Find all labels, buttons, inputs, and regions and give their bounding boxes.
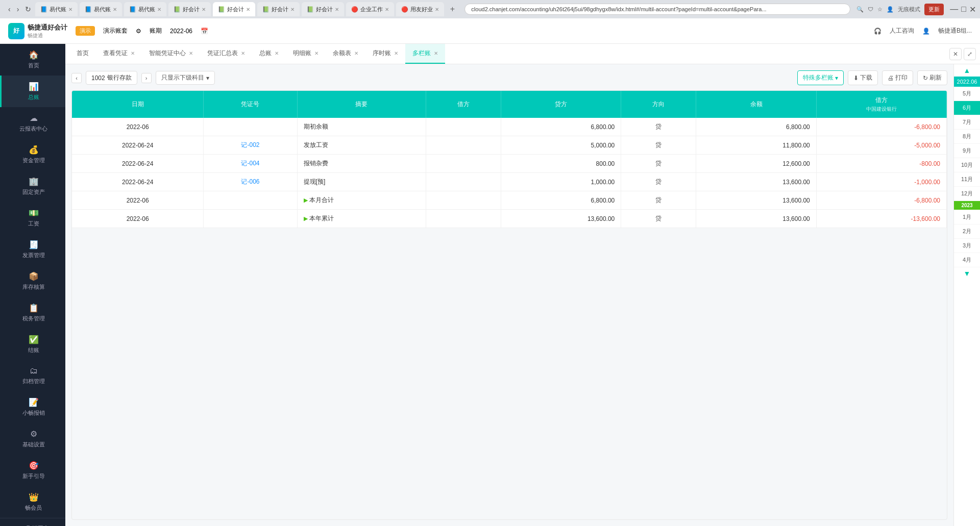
back-btn[interactable]: ‹ xyxy=(6,4,13,14)
tab-close-1[interactable]: ✕ xyxy=(68,7,72,12)
next-account-btn[interactable]: › xyxy=(141,73,152,83)
expand-tab-btn[interactable]: ⤢ xyxy=(964,48,976,60)
cal-month-8[interactable]: 8月 xyxy=(954,130,980,144)
tab-close-6[interactable]: ✕ xyxy=(290,7,295,12)
tab-close-4[interactable]: ✕ xyxy=(202,7,206,12)
sidebar-item-salary[interactable]: 💵 工资 xyxy=(0,202,65,234)
calendar-icon[interactable]: 📅 xyxy=(201,28,208,35)
page-tab-sequence-close[interactable]: ✕ xyxy=(394,51,398,56)
page-tab-vouchers[interactable]: 查看凭证 ✕ xyxy=(96,44,142,64)
cal-month-12[interactable]: 12月 xyxy=(954,187,980,201)
browser-tab-2[interactable]: 📘 易代账 ✕ xyxy=(80,2,122,16)
close-button[interactable]: ✕ xyxy=(969,5,976,14)
page-tab-smart-close[interactable]: ✕ xyxy=(189,51,193,56)
page-tab-general-close[interactable]: ✕ xyxy=(275,51,279,56)
page-tab-detail-close[interactable]: ✕ xyxy=(314,51,318,56)
page-tab-smart[interactable]: 智能凭证中心 ✕ xyxy=(142,44,200,64)
voucher-link[interactable]: 记-002 xyxy=(241,141,259,148)
account-selector[interactable]: 1002 银行存款 xyxy=(86,71,137,85)
cal-month-7[interactable]: 7月 xyxy=(954,115,980,130)
sidebar-item-inventory[interactable]: 📦 库存核算 xyxy=(0,265,65,297)
sidebar-item-reports[interactable]: ☁ 云报表中心 xyxy=(0,107,65,139)
cal-month-4-2023[interactable]: 4月 xyxy=(954,253,980,267)
browser-tab-4[interactable]: 📗 好会计 ✕ xyxy=(168,2,211,16)
page-tab-multi[interactable]: 多栏账 ✕ xyxy=(405,44,445,64)
browser-tab-5[interactable]: 📗 好会计 ✕ xyxy=(213,2,255,16)
cell-voucher[interactable]: 记-004 xyxy=(204,155,297,173)
browser-tab-3[interactable]: 📘 易代账 ✕ xyxy=(124,2,166,16)
sidebar-item-vip[interactable]: 👑 畅会员 xyxy=(0,486,65,518)
print-btn[interactable]: 🖨 打印 xyxy=(882,70,913,85)
collapse-tab-btn[interactable]: ✕ xyxy=(949,48,962,60)
cal-up-btn[interactable]: ▲ xyxy=(954,64,980,77)
page-tab-summary-close[interactable]: ✕ xyxy=(241,51,245,56)
extension-icon[interactable]: 🛡 xyxy=(868,6,873,12)
page-tab-sequence[interactable]: 序时账 ✕ xyxy=(365,44,405,64)
cal-month-9[interactable]: 9月 xyxy=(954,144,980,158)
download-btn[interactable]: ⬇ 下载 xyxy=(848,70,878,85)
tab-close-8[interactable]: ✕ xyxy=(385,7,389,12)
multi-col-btn[interactable]: 特殊多栏账 ▾ xyxy=(797,70,844,85)
browser-tab-7[interactable]: 📗 好会计 ✕ xyxy=(302,2,344,16)
update-button[interactable]: 更新 xyxy=(924,4,944,15)
sidebar-item-guide[interactable]: 🎯 新手引导 xyxy=(0,455,65,486)
browser-tab-8[interactable]: 🔴 企业工作 ✕ xyxy=(346,2,394,16)
tab-close-7[interactable]: ✕ xyxy=(335,7,339,12)
cell-voucher[interactable]: 记-002 xyxy=(204,136,297,155)
cell-voucher[interactable]: 记-006 xyxy=(204,173,297,191)
page-tab-home[interactable]: 首页 xyxy=(69,44,96,64)
browser-tab-9[interactable]: 🔴 用友好业 ✕ xyxy=(396,2,444,16)
page-tab-balance-close[interactable]: ✕ xyxy=(354,51,358,56)
voucher-link[interactable]: 记-006 xyxy=(241,178,259,185)
cal-down-btn[interactable]: ▼ xyxy=(954,267,980,280)
sidebar-item-funds[interactable]: 💰 资金管理 xyxy=(0,139,65,170)
sidebar-item-assets[interactable]: 🏢 固定资产 xyxy=(0,170,65,202)
sidebar-item-close[interactable]: ✅ 结账 xyxy=(0,329,65,360)
cal-month-6[interactable]: 6月 xyxy=(954,101,980,115)
cal-month-11[interactable]: 11月 xyxy=(954,172,980,187)
forward-btn[interactable]: › xyxy=(15,4,21,14)
period-value[interactable]: 2022-06 xyxy=(170,28,192,35)
sidebar-item-ledger[interactable]: 📊 总账 xyxy=(0,76,65,107)
profile-icon[interactable]: 👤 xyxy=(887,6,894,13)
tab-close-5[interactable]: ✕ xyxy=(246,7,250,12)
sidebar-item-invoice[interactable]: 🧾 发票管理 xyxy=(0,234,65,265)
cal-month-2-2023[interactable]: 2月 xyxy=(954,224,980,239)
sidebar-item-tax[interactable]: 📋 税务管理 xyxy=(0,297,65,329)
tab-close-3[interactable]: ✕ xyxy=(157,7,161,12)
refresh-btn[interactable]: ↻ 刷新 xyxy=(917,70,947,85)
reload-btn[interactable]: ↻ xyxy=(23,4,33,14)
page-tab-summary[interactable]: 凭证汇总表 ✕ xyxy=(200,44,252,64)
page-tab-balance[interactable]: 余额表 ✕ xyxy=(326,44,365,64)
sidebar-item-archive[interactable]: 🗂 归档管理 xyxy=(0,360,65,391)
browser-tab-6[interactable]: 📗 好会计 ✕ xyxy=(257,2,300,16)
bookmark-icon[interactable]: ☆ xyxy=(877,6,883,13)
page-tab-vouchers-close[interactable]: ✕ xyxy=(131,51,135,56)
expense-icon: 📝 xyxy=(29,397,39,407)
sidebar-item-home[interactable]: 🏠 首页 xyxy=(0,44,65,76)
sidebar-item-expense[interactable]: 📝 小畅报销 xyxy=(0,391,65,423)
cal-month-5[interactable]: 5月 xyxy=(954,87,980,101)
th-voucher: 凭证号 xyxy=(204,91,297,118)
tab-close-2[interactable]: ✕ xyxy=(113,7,117,12)
tab-close-9[interactable]: ✕ xyxy=(435,7,439,12)
maximize-button[interactable]: □ xyxy=(961,5,966,14)
sidebar-item-settings[interactable]: ⚙ 基础设置 xyxy=(0,423,65,455)
consult-label[interactable]: 人工咨询 xyxy=(890,27,914,35)
prev-account-btn[interactable]: ‹ xyxy=(71,73,82,83)
new-tab-button[interactable]: + xyxy=(446,3,458,15)
page-tab-multi-close[interactable]: ✕ xyxy=(434,51,438,56)
filter-selector[interactable]: 只显示下级科目 ▾ xyxy=(156,71,215,85)
search-icon[interactable]: 🔍 xyxy=(856,6,864,13)
sidebar-pin[interactable]: ◀◀ 取消固定 xyxy=(0,518,65,526)
address-bar[interactable]: cloud2.chanjet.com/accounting/uh26t264j5… xyxy=(464,4,850,15)
cal-month-3-2023[interactable]: 3月 xyxy=(954,239,980,253)
cal-month-10[interactable]: 10月 xyxy=(954,158,980,172)
settings-icon[interactable]: ⚙ xyxy=(136,28,141,35)
cal-month-1-2023[interactable]: 1月 xyxy=(954,210,980,224)
page-tab-detail[interactable]: 明细账 ✕ xyxy=(286,44,326,64)
minimize-button[interactable]: — xyxy=(950,5,958,14)
page-tab-general[interactable]: 总账 ✕ xyxy=(252,44,286,64)
browser-tab-1[interactable]: 📘 易代账 ✕ xyxy=(35,2,78,16)
voucher-link[interactable]: 记-004 xyxy=(241,160,259,167)
